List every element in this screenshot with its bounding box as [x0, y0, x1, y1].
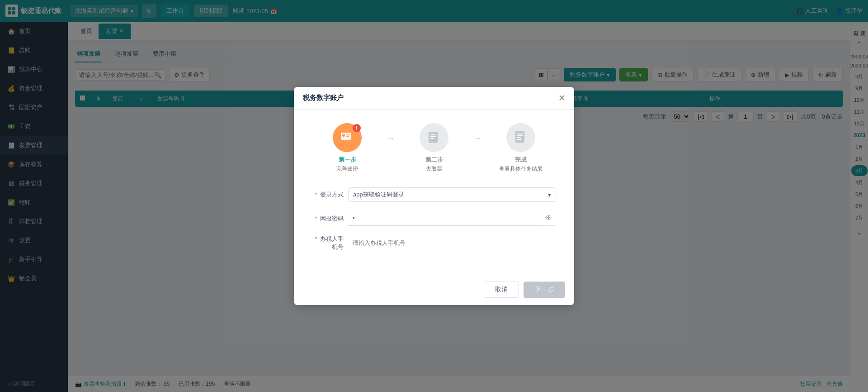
dialog-overlay: 税务数字账户 ✕ — [0, 0, 868, 392]
login-method-value: app获取验证码登录 — [353, 191, 404, 199]
phone-input[interactable] — [348, 236, 556, 250]
phone-control — [348, 236, 556, 250]
svg-rect-6 — [346, 134, 350, 135]
step-1-icon-wrap: ! — [333, 123, 362, 152]
tax-digital-dialog: 税务数字账户 ✕ — [294, 87, 574, 305]
password-control: 👁 — [348, 211, 556, 226]
step-1: ! 第一步 完善账密 — [312, 123, 382, 173]
svg-rect-16 — [517, 139, 522, 140]
svg-rect-13 — [517, 134, 523, 134]
steps-indicator: ! 第一步 完善账密 → — [312, 123, 556, 173]
step-2-desc: 去取票 — [426, 165, 442, 173]
step-2-icon-wrap — [420, 123, 448, 152]
step-3-desc: 查看具体任务结果 — [499, 165, 542, 173]
step-3-label: 完成 — [515, 156, 527, 164]
svg-rect-10 — [430, 136, 436, 137]
password-label: 网报密码 — [312, 215, 348, 223]
step-3-icon-wrap — [506, 123, 535, 152]
step-arrow-1: → — [382, 133, 399, 143]
dialog-footer: 取消 下一步 — [294, 274, 574, 305]
svg-rect-14 — [517, 135, 523, 136]
chevron-down-icon: ▾ — [548, 191, 551, 198]
eye-icon[interactable]: 👁 — [542, 214, 556, 222]
dialog-body: ! 第一步 完善账密 → — [294, 110, 574, 274]
svg-rect-4 — [341, 133, 351, 140]
svg-point-5 — [342, 134, 345, 137]
step-arrow-2: → — [469, 133, 486, 143]
login-method-control: app获取验证码登录 ▾ — [348, 187, 556, 202]
dialog-header: 税务数字账户 ✕ — [294, 87, 574, 110]
dialog-close-button[interactable]: ✕ — [558, 93, 565, 103]
phone-form-item: 办税人手机号 — [312, 235, 556, 251]
step-1-label: 第一步 — [339, 156, 356, 164]
next-button[interactable]: 下一步 — [524, 282, 565, 298]
password-form-item: 网报密码 👁 — [312, 211, 556, 226]
svg-rect-7 — [346, 136, 349, 137]
login-method-label: 登录方式 — [312, 191, 348, 199]
step-3: 完成 查看具体任务结果 — [486, 123, 556, 173]
svg-rect-11 — [430, 138, 434, 139]
step-3-icon — [506, 123, 535, 152]
phone-label: 办税人手机号 — [312, 235, 348, 251]
password-input[interactable] — [348, 211, 542, 225]
step-1-error-badge: ! — [353, 124, 361, 132]
svg-rect-12 — [515, 131, 524, 143]
dialog-title: 税务数字账户 — [303, 94, 344, 102]
svg-rect-9 — [430, 134, 436, 135]
login-method-form-item: 登录方式 app获取验证码登录 ▾ — [312, 187, 556, 202]
step-2-icon — [420, 123, 448, 152]
password-input-wrap: 👁 — [348, 211, 556, 226]
step-2-label: 第二步 — [425, 156, 443, 164]
cancel-button[interactable]: 取消 — [484, 282, 519, 298]
svg-rect-15 — [517, 137, 521, 138]
step-1-desc: 完善账密 — [336, 165, 358, 173]
step-2: 第二步 去取票 — [399, 123, 469, 173]
login-method-select[interactable]: app获取验证码登录 ▾ — [348, 187, 556, 202]
